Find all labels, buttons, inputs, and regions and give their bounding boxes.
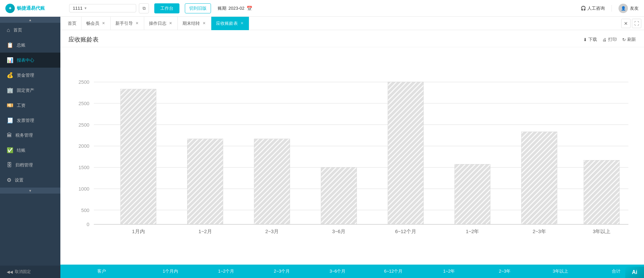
version-switch-button[interactable]: 切到旧版	[185, 3, 211, 13]
sidebar-item-asset[interactable]: 🏢 固定资产	[0, 83, 60, 98]
svg-rect-28	[454, 164, 490, 224]
sidebar-scroll-up[interactable]: ▲	[0, 17, 60, 23]
company-selector[interactable]: 1111 ▼	[69, 4, 136, 12]
svg-text:2~3年: 2~3年	[533, 229, 546, 234]
calendar-icon[interactable]: 📅	[247, 6, 252, 11]
period-label: 账期	[218, 5, 226, 11]
sidebar-item-tax[interactable]: 🏛 税务管理	[0, 128, 60, 143]
sidebar-label-home: 首页	[13, 27, 22, 33]
tabs-actions: ✕ ⛶	[621, 19, 641, 28]
print-button[interactable]: 🖨 打印	[602, 37, 617, 43]
svg-text:500: 500	[81, 208, 89, 213]
workbench-button[interactable]: 工作台	[154, 3, 179, 13]
tab-close-oplog[interactable]: ✕	[168, 20, 173, 26]
svg-text:1~2月: 1~2月	[199, 229, 212, 234]
refresh-label: 刷新	[627, 37, 636, 43]
sidebar-label-asset: 固定资产	[17, 87, 34, 93]
ai-badge[interactable]: Ai	[625, 267, 644, 278]
sidebar-scroll-down[interactable]: ▼	[0, 188, 60, 194]
sidebar-label-settings: 设置	[15, 177, 23, 183]
print-icon: 🖨	[602, 37, 607, 42]
tab-label-guide: 新手引导	[115, 20, 133, 26]
refresh-button[interactable]: ↻ 刷新	[622, 37, 636, 43]
tab-guide[interactable]: 新手引导 ✕	[111, 17, 144, 30]
sidebar-label-checkout: 结账	[17, 147, 25, 153]
fund-icon: 💰	[7, 72, 13, 78]
tab-close-period-end[interactable]: ✕	[202, 20, 206, 26]
tab-close-member[interactable]: ✕	[101, 20, 106, 26]
sidebar-item-checkout[interactable]: ✅ 结账	[0, 143, 60, 158]
svg-rect-32	[584, 160, 620, 224]
copy-button[interactable]: ⧉	[139, 3, 149, 13]
svg-text:2500: 2500	[78, 101, 89, 106]
col-2to3m: 2~3个月	[254, 268, 310, 274]
tab-close-all-button[interactable]: ✕	[621, 19, 631, 28]
tab-close-aging[interactable]: ✕	[240, 20, 244, 26]
avatar: 👤	[619, 4, 628, 13]
ledger-icon: 📋	[7, 42, 13, 48]
tab-label-period-end: 期末结转	[182, 20, 200, 26]
copy-icon: ⧉	[143, 6, 146, 11]
sidebar-cancel-pin[interactable]: ◀◀ 取消固定	[0, 266, 60, 278]
sidebar-label-fund: 资金管理	[17, 72, 34, 78]
sidebar-item-ledger[interactable]: 📋 总账	[0, 38, 60, 53]
tab-expand-button[interactable]: ⛶	[632, 19, 641, 28]
sidebar-label-invoice: 发票管理	[17, 118, 34, 124]
user-area[interactable]: 👤 友友	[619, 4, 639, 13]
salary-icon: 💴	[7, 102, 13, 109]
svg-rect-22	[254, 139, 290, 224]
page-title: 应收账龄表	[68, 36, 99, 44]
sidebar-item-salary[interactable]: 💴 工资	[0, 98, 60, 113]
main-layout: ▲ ⌂ 首页 📋 总账 📊 报表中心 💰 资金管理 🏢 固定资产 💴 工资 🧾 …	[0, 17, 644, 278]
archive-icon: 🗄	[7, 162, 12, 168]
pin-icon: ◀◀	[7, 270, 13, 274]
header-right: 🎧 人工咨询 👤 友友	[581, 4, 639, 13]
sidebar-item-archive[interactable]: 🗄 归档管理	[0, 158, 60, 172]
col-6to12m: 6~12个月	[366, 268, 421, 274]
svg-text:1~2年: 1~2年	[466, 229, 479, 234]
tab-aging[interactable]: 应收账龄表 ✕	[211, 17, 249, 30]
svg-text:6~12个月: 6~12个月	[395, 229, 416, 234]
download-label: 下载	[588, 37, 597, 43]
asset-icon: 🏢	[7, 87, 13, 93]
settings-icon: ⚙	[7, 177, 11, 183]
sidebar-label-report: 报表中心	[17, 57, 34, 63]
consult-area[interactable]: 🎧 人工咨询	[581, 5, 605, 11]
sidebar-item-home[interactable]: ⌂ 首页	[0, 23, 60, 38]
logo-text: 畅捷通易代账	[17, 5, 45, 11]
svg-rect-24	[321, 167, 357, 224]
content-area: 首页 畅会员 ✕ 新手引导 ✕ 操作日志 ✕ 期末结转 ✕ 应收账龄表 ✕	[60, 17, 644, 278]
tab-label-aging: 应收账龄表	[216, 20, 238, 26]
svg-text:0: 0	[87, 222, 89, 227]
page-content: 应收账龄表 ⬇ 下载 🖨 打印 ↻ 刷新	[60, 30, 644, 278]
tab-label-home: 首页	[68, 20, 76, 26]
tab-home[interactable]: 首页	[63, 17, 82, 30]
tabs-bar: 首页 畅会员 ✕ 新手引导 ✕ 操作日志 ✕ 期末结转 ✕ 应收账龄表 ✕	[60, 17, 644, 30]
print-label: 打印	[608, 37, 617, 43]
dropdown-arrow-icon: ▼	[84, 6, 87, 10]
col-customer: 客户	[60, 268, 143, 274]
headset-icon: 🎧	[581, 6, 586, 11]
tab-member[interactable]: 畅会员 ✕	[82, 17, 111, 30]
sidebar-item-report[interactable]: 📊 报表中心	[0, 53, 60, 68]
report-icon: 📊	[7, 57, 13, 63]
svg-text:2500: 2500	[78, 79, 89, 85]
checkout-icon: ✅	[7, 147, 13, 153]
svg-text:1月内: 1月内	[132, 229, 145, 234]
table-header: 客户 1个月内 1~2个月 2~3个月 3~6个月 6~12个月 1~2年 2~…	[60, 265, 644, 278]
refresh-icon: ↻	[622, 37, 626, 42]
divider	[611, 5, 612, 12]
svg-text:3年以上: 3年以上	[593, 229, 610, 234]
sidebar-item-invoice[interactable]: 🧾 发票管理	[0, 113, 60, 128]
col-2to3y: 2~3年	[477, 268, 533, 274]
col-3to6m: 3~6个月	[310, 268, 365, 274]
sidebar-item-fund[interactable]: 💰 资金管理	[0, 68, 60, 83]
svg-text:2~3月: 2~3月	[265, 229, 279, 234]
sidebar-item-settings[interactable]: ⚙ 设置	[0, 172, 60, 188]
home-icon: ⌂	[7, 27, 10, 33]
download-button[interactable]: ⬇ 下载	[583, 37, 597, 43]
tab-period-end[interactable]: 期末结转 ✕	[178, 17, 211, 30]
period-value: 2023-02	[228, 6, 245, 11]
tab-close-guide[interactable]: ✕	[135, 20, 139, 26]
tab-oplog[interactable]: 操作日志 ✕	[144, 17, 178, 30]
